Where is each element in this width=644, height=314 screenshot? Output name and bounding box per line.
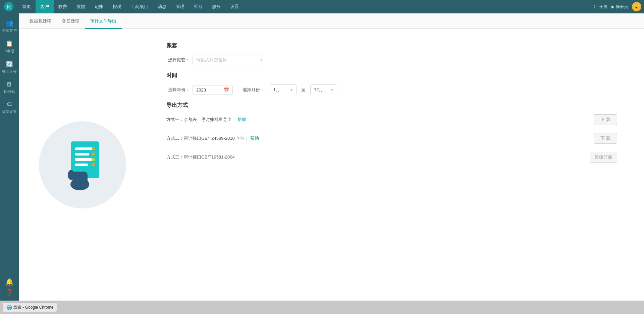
svg-point-10 bbox=[92, 163, 95, 167]
method-2-text: 方式二：审计接口GB/T24589-2010 企业： 帮助 bbox=[166, 135, 259, 141]
member-label: 畅会员 bbox=[616, 4, 628, 10]
nav-invoice[interactable]: 票据 bbox=[72, 0, 90, 13]
account-migrate-icon: 🔄 bbox=[6, 60, 13, 68]
time-row: 2023 📅 选择月份： 1月 ▾ 至 12月 ▾ bbox=[193, 84, 337, 95]
svg-point-9 bbox=[92, 158, 95, 161]
account-section-title: 账套 bbox=[166, 42, 624, 49]
sidebar-account-migrate-label: 账套迁移 bbox=[2, 69, 17, 74]
svg-rect-12 bbox=[72, 172, 88, 187]
nav-bookkeeping[interactable]: 记账 bbox=[90, 0, 108, 13]
sidebar-item-tag-settings[interactable]: 🏷 标签设置 bbox=[0, 98, 19, 118]
svg-point-13 bbox=[68, 170, 74, 180]
sidebar-item-account-migrate[interactable]: 🔄 账套迁移 bbox=[0, 57, 19, 77]
sidebar-item-recycle[interactable]: 🗑 回收站 bbox=[0, 77, 19, 98]
illustration-svg bbox=[56, 135, 109, 195]
account-dropdown-icon: ▾ bbox=[260, 58, 263, 63]
svg-rect-4 bbox=[75, 153, 89, 155]
fullscreen-icon: ⛶ bbox=[594, 4, 598, 9]
tab-data-migrate[interactable]: 数据包迁移 bbox=[24, 14, 57, 29]
month-start-dropdown-icon: ▾ bbox=[290, 87, 293, 92]
export-section-title: 导出方式 bbox=[166, 102, 624, 109]
export-method-3: 方式三：审计接口GB/T19581-2004 暂缓开通 bbox=[166, 152, 624, 163]
all-customers-icon: 👥 bbox=[6, 19, 13, 27]
svg-point-7 bbox=[92, 147, 95, 150]
svg-point-8 bbox=[92, 152, 95, 156]
month-label: 选择月份： bbox=[241, 87, 264, 93]
help-icon[interactable]: ❓ bbox=[5, 289, 14, 297]
method-3-label: 方式三：审计接口GB/T19581-2004 bbox=[166, 154, 235, 160]
tab-audit-export[interactable]: 审计文件导出 bbox=[85, 14, 122, 29]
sidebar-recycle-label: 回收站 bbox=[4, 89, 15, 94]
user-avatar[interactable]: 🐱 bbox=[632, 2, 641, 11]
tab-backup-migrate[interactable]: 备份迁移 bbox=[57, 14, 85, 29]
month-start-value: 1月 bbox=[273, 87, 280, 93]
month-end-dropdown-icon: ▾ bbox=[331, 87, 333, 92]
sidebar-zero-declare-label: 0申报 bbox=[5, 49, 14, 54]
export-method-2: 方式二：审计接口GB/T24589-2010 企业： 帮助 下 载 bbox=[166, 133, 624, 144]
top-nav-right: ⛶ 全屏 ▶ 畅会员 🐱 bbox=[594, 2, 641, 11]
svg-rect-6 bbox=[75, 164, 88, 166]
taskbar-chrome-item[interactable]: 🌐 线索 - Google Chrome bbox=[3, 303, 57, 312]
fullscreen-button[interactable]: ⛶ 全屏 bbox=[594, 4, 607, 10]
top-navigation: 帐 首页 客户 收费 票据 记账 报税 工商项目 消息 管理 经营 服务 设置 … bbox=[0, 0, 644, 13]
calendar-icon: 📅 bbox=[224, 87, 229, 92]
svg-rect-5 bbox=[75, 158, 92, 161]
illustration-side bbox=[19, 29, 146, 301]
month-end-select[interactable]: 12月 ▾ bbox=[310, 84, 337, 95]
nav-tax[interactable]: 报税 bbox=[108, 0, 126, 13]
illustration-circle bbox=[39, 121, 126, 208]
nav-message[interactable]: 消息 bbox=[153, 0, 171, 13]
nav-home[interactable]: 首页 bbox=[17, 0, 36, 13]
tag-settings-icon: 🏷 bbox=[6, 101, 12, 108]
method-1-label: 方式一：余额表、序时账批量导出： bbox=[166, 117, 236, 122]
nav-fee[interactable]: 收费 bbox=[54, 0, 72, 13]
taskbar-chrome-label: 线索 - Google Chrome bbox=[13, 305, 53, 310]
year-value: 2023 bbox=[196, 87, 206, 92]
export-method-1: 方式一：余额表、序时账批量导出： 帮助 下 载 bbox=[166, 114, 624, 125]
account-form-row: 选择账套： 请输入账套名称 ▾ bbox=[166, 55, 624, 65]
year-label: 选择年份： bbox=[166, 87, 190, 93]
account-placeholder: 请输入账套名称 bbox=[196, 57, 227, 63]
method-3-text: 方式三：审计接口GB/T19581-2004 bbox=[166, 154, 235, 160]
sidebar: 👥 全部客户 📋 0申报 🔄 账套迁移 🗑 回收站 🏷 标签设置 🔔 ❓ bbox=[0, 13, 19, 301]
method-2-label: 方式二：审计接口GB/T24589-2010 bbox=[166, 136, 235, 141]
tab-bar: 数据包迁移 备份迁移 审计文件导出 bbox=[19, 13, 644, 29]
sidebar-all-customers-label: 全部客户 bbox=[2, 28, 17, 33]
nav-operation[interactable]: 经营 bbox=[189, 0, 207, 13]
year-input[interactable]: 2023 📅 bbox=[193, 85, 233, 95]
sidebar-item-zero-declare[interactable]: 📋 0申报 bbox=[0, 37, 19, 57]
fullscreen-label: 全屏 bbox=[599, 4, 607, 10]
method-3-open-button[interactable]: 暂缓开通 bbox=[590, 152, 617, 163]
main-content: 账套 选择账套： 请输入账套名称 ▾ 时间 选择年份： 2023 bbox=[19, 29, 644, 301]
form-side: 账套 选择账套： 请输入账套名称 ▾ 时间 选择年份： 2023 bbox=[146, 29, 644, 301]
month-start-select[interactable]: 1月 ▾ bbox=[270, 84, 297, 95]
nav-settings[interactable]: 设置 bbox=[225, 0, 244, 13]
member-button[interactable]: ▶ 畅会员 bbox=[611, 4, 628, 10]
account-label: 选择账套： bbox=[166, 57, 190, 63]
app-logo: 帐 bbox=[3, 1, 15, 13]
method-1-download-button[interactable]: 下 载 bbox=[594, 114, 617, 125]
method-2-enterprise-link[interactable]: 企业： bbox=[236, 136, 249, 141]
nav-customer[interactable]: 客户 bbox=[36, 0, 54, 13]
chrome-icon: 🌐 bbox=[6, 305, 12, 310]
nav-manage[interactable]: 管理 bbox=[171, 0, 189, 13]
notification-icon[interactable]: 🔔 bbox=[5, 278, 14, 286]
sidebar-bottom: 🔔 ❓ bbox=[5, 278, 14, 301]
svg-text:帐: 帐 bbox=[7, 4, 11, 9]
sidebar-tag-settings-label: 标签设置 bbox=[2, 109, 17, 114]
main-layout: 👥 全部客户 📋 0申报 🔄 账套迁移 🗑 回收站 🏷 标签设置 🔔 ❓ 数据包… bbox=[0, 13, 644, 301]
month-end-value: 12月 bbox=[314, 87, 323, 93]
method-2-help-link[interactable]: 帮助 bbox=[250, 136, 259, 141]
time-form-row: 选择年份： 2023 📅 选择月份： 1月 ▾ 至 12月 bbox=[166, 84, 624, 95]
nav-business[interactable]: 工商项目 bbox=[126, 0, 153, 13]
time-section-title: 时间 bbox=[166, 72, 624, 79]
time-separator: 至 bbox=[301, 87, 306, 93]
sidebar-item-all-customers[interactable]: 👥 全部客户 bbox=[0, 16, 19, 37]
svg-rect-3 bbox=[75, 147, 94, 150]
account-select[interactable]: 请输入账套名称 ▾ bbox=[193, 55, 266, 65]
zero-declare-icon: 📋 bbox=[6, 40, 13, 47]
nav-service[interactable]: 服务 bbox=[207, 0, 225, 13]
method-2-download-button[interactable]: 下 载 bbox=[594, 133, 617, 144]
method-1-help-link[interactable]: 帮助 bbox=[237, 117, 246, 122]
member-icon: ▶ bbox=[611, 4, 614, 9]
